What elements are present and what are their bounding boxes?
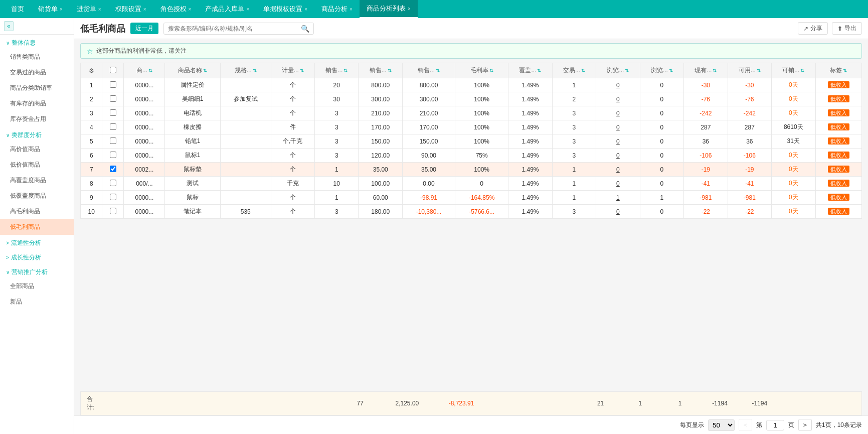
row-browse1[interactable]: 1 — [596, 191, 640, 205]
row-checkbox[interactable] — [110, 166, 116, 172]
row-browse1[interactable]: 0 — [596, 78, 640, 92]
row-browse1[interactable]: 0 — [596, 149, 640, 163]
sidebar-item-category-rate[interactable]: 商品分类助销率 — [0, 80, 74, 96]
nav-sales[interactable]: 销货单 × — [31, 0, 70, 18]
nav-permission-close[interactable]: × — [143, 7, 146, 12]
row-browse1[interactable]: 0 — [596, 120, 640, 134]
row-checkbox-cell[interactable] — [102, 149, 124, 163]
sidebar-group-liquidity[interactable]: > 流通性分析 — [0, 235, 74, 249]
col-gross-margin[interactable]: 毛利率⇅ — [455, 63, 508, 78]
select-all-checkbox[interactable] — [110, 67, 116, 73]
row-stock-saleable: 0天 — [772, 163, 815, 177]
sidebar-item-high-value[interactable]: 高价值商品 — [0, 141, 74, 157]
row-checkbox-cell[interactable] — [102, 163, 124, 177]
nav-permission[interactable]: 权限设置 × — [108, 0, 153, 18]
col-code[interactable]: 商...⇅ — [124, 63, 165, 78]
row-checkbox[interactable] — [110, 109, 116, 116]
sidebar-item-all-goods[interactable]: 全部商品 — [0, 278, 74, 294]
prev-page-button[interactable]: ＜ — [739, 419, 752, 431]
nav-template[interactable]: 单据模板设置 × — [256, 0, 314, 18]
row-browse1[interactable]: 0 — [596, 205, 640, 219]
col-stock-available[interactable]: 可用...⇅ — [728, 63, 771, 78]
col-transaction[interactable]: 交易...⇅ — [552, 63, 596, 78]
sidebar-group-cluster[interactable]: ∨ 类群度分析 — [0, 127, 74, 141]
search-input[interactable] — [168, 25, 299, 32]
sidebar-item-low-coverage[interactable]: 低覆盖度商品 — [0, 188, 74, 204]
nav-product-entry[interactable]: 产成品入库单 × — [198, 0, 256, 18]
nav-analysis-list-close[interactable]: × — [408, 6, 411, 12]
sidebar-group-growth[interactable]: > 成长性分析 — [0, 249, 74, 264]
date-filter-button[interactable]: 近一月 — [130, 23, 158, 34]
col-sales-profit[interactable]: 销售...⇅ — [402, 63, 455, 78]
share-button[interactable]: ↗ 分享 — [798, 22, 828, 35]
col-sales-price[interactable]: 销售...⇅ — [359, 63, 402, 78]
row-sales-price: 210.00 — [359, 106, 402, 120]
col-browse2[interactable]: 浏览...⇅ — [640, 63, 683, 78]
sidebar-item-sales-goods[interactable]: 销售类商品 — [0, 49, 74, 65]
col-browse1[interactable]: 浏览...⇅ — [596, 63, 640, 78]
sidebar-item-high-margin[interactable]: 高毛利商品 — [0, 204, 74, 219]
row-checkbox[interactable] — [110, 123, 116, 130]
row-checkbox-cell[interactable] — [102, 120, 124, 134]
row-checkbox[interactable] — [110, 137, 116, 144]
nav-template-close[interactable]: × — [304, 7, 307, 12]
col-unit[interactable]: 计量...⇅ — [271, 63, 314, 78]
nav-analysis[interactable]: 商品分析 × — [314, 0, 360, 18]
col-sales-qty[interactable]: 销售...⇅ — [315, 63, 359, 78]
nav-role[interactable]: 角色授权 × — [153, 0, 199, 18]
sidebar-item-low-value[interactable]: 低价值商品 — [0, 157, 74, 173]
nav-purchase[interactable]: 进货单 × — [70, 0, 108, 18]
sidebar-item-stock-fund[interactable]: 库存资金占用 — [0, 111, 74, 127]
footer-sales-profit: -8,723.91 — [432, 400, 490, 407]
col-checkbox[interactable] — [102, 63, 124, 78]
nav-home[interactable]: 首页 — [4, 0, 31, 18]
nav-analysis-close[interactable]: × — [350, 7, 353, 12]
row-checkbox[interactable] — [110, 95, 116, 102]
sidebar-group-overall[interactable]: ∨ 整体信息 — [0, 35, 74, 49]
sidebar-item-new-goods[interactable]: 新品 — [0, 294, 74, 310]
row-checkbox-cell[interactable] — [102, 177, 124, 191]
row-checkbox[interactable] — [110, 194, 116, 200]
row-sales-qty: 1 — [315, 163, 359, 177]
row-browse1[interactable]: 0 — [596, 134, 640, 149]
row-checkbox-cell[interactable] — [102, 191, 124, 205]
sidebar-item-low-margin[interactable]: 低毛利商品 — [0, 219, 74, 235]
row-browse1[interactable]: 0 — [596, 177, 640, 191]
sidebar-item-traded-goods[interactable]: 交易过的商品 — [0, 65, 74, 80]
page-size-select[interactable]: 50 100 200 — [708, 419, 735, 431]
row-browse1[interactable]: 0 — [596, 163, 640, 177]
nav-product-entry-close[interactable]: × — [246, 7, 249, 12]
row-browse1[interactable]: 0 — [596, 106, 640, 120]
export-button[interactable]: ⬆ 导出 — [832, 22, 862, 35]
row-browse1[interactable]: 0 — [596, 92, 640, 106]
row-checkbox-cell[interactable] — [102, 134, 124, 149]
row-checkbox-cell[interactable] — [102, 106, 124, 120]
col-settings[interactable]: ⚙ — [81, 63, 102, 78]
nav-role-close[interactable]: × — [189, 7, 192, 12]
row-checkbox[interactable] — [110, 180, 116, 186]
search-icon[interactable]: 🔍 — [301, 25, 309, 33]
row-stock-saleable: 0天 — [772, 177, 815, 191]
col-tag[interactable]: 标签⇅ — [815, 63, 861, 78]
nav-purchase-close[interactable]: × — [98, 7, 101, 12]
sidebar-collapse-btn[interactable]: « — [4, 21, 14, 31]
row-checkbox[interactable] — [110, 152, 116, 158]
row-transaction: 3 — [552, 134, 596, 149]
row-checkbox-cell[interactable] — [102, 92, 124, 106]
nav-analysis-list[interactable]: 商品分析列表 × — [360, 0, 418, 18]
row-checkbox[interactable] — [110, 208, 116, 214]
col-stock-saleable[interactable]: 可销...⇅ — [772, 63, 815, 78]
row-checkbox-cell[interactable] — [102, 205, 124, 219]
nav-sales-close[interactable]: × — [60, 7, 63, 12]
sidebar-item-stock-goods[interactable]: 有库存的商品 — [0, 96, 74, 111]
sidebar-item-high-coverage[interactable]: 高覆盖度商品 — [0, 173, 74, 188]
sidebar-group-marketing[interactable]: ∨ 营销推广分析 — [0, 264, 74, 278]
row-checkbox-cell[interactable] — [102, 78, 124, 92]
col-spec[interactable]: 规格...⇅ — [220, 63, 271, 78]
col-stock-current[interactable]: 现有...⇅ — [684, 63, 728, 78]
row-checkbox[interactable] — [110, 81, 116, 88]
col-coverage[interactable]: 覆盖...⇅ — [508, 63, 552, 78]
col-name[interactable]: 商品名称⇅ — [165, 63, 221, 78]
page-number-input[interactable] — [766, 420, 784, 430]
next-page-button[interactable]: ＞ — [798, 419, 812, 431]
